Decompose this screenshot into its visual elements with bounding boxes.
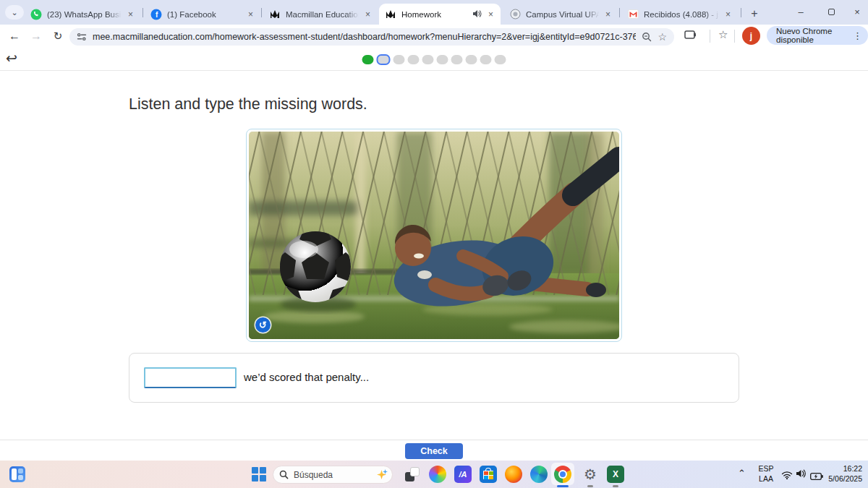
excel-icon[interactable]: X [607,466,624,483]
language-line2: LAA [755,474,777,484]
progress-dot-todo [408,55,420,64]
tab-label: Homework [401,10,467,19]
start-button[interactable] [252,467,266,481]
whatsapp-icon [30,9,42,20]
facebook-icon: f [150,9,162,20]
tray-expand-icon[interactable]: ⌃ [738,468,746,479]
tab-macmillan[interactable]: Macmillan Education Every × [263,4,378,25]
progress-dot-todo [393,55,405,64]
answer-card: we’d scored that penalty... [129,353,739,403]
volume-icon[interactable] [796,468,807,481]
tab-whatsapp[interactable]: (23) WhatsApp Business × [25,4,140,25]
language-indicator[interactable]: ESP LAA [755,464,777,484]
campus-icon [509,9,521,20]
tab-campus-upao[interactable]: Campus Virtual UPAO | Mu × [503,4,618,25]
close-window-button[interactable]: × [846,1,868,22]
tab-audio-icon[interactable] [472,9,482,20]
tab-label: Campus Virtual UPAO | Mu [526,10,599,19]
windows-taskbar: Búsqueda /A ⚙ X ⌃ ESP LAA 16: [0,461,868,488]
profile-avatar[interactable]: j [742,27,760,45]
minimize-button[interactable]: – [790,1,812,22]
microsoft-store-icon[interactable] [480,466,497,483]
close-icon[interactable]: × [604,9,612,20]
search-icon [279,470,289,479]
bookmark-star-icon[interactable]: ☆ [658,31,667,43]
sparkle-small-icon [383,469,388,474]
language-line1: ESP [755,464,777,474]
url-text[interactable]: mee.macmillaneducation.com/homework-asse… [93,32,636,42]
toolbar-separator [710,30,710,43]
progress-dot-todo [451,55,463,64]
forward-button[interactable]: → [26,26,46,46]
page-title: Listen and type the missing words. [129,95,367,114]
tab-separator [619,8,620,17]
battery-icon[interactable] [810,470,823,483]
tab-homework-active[interactable]: Homework × [379,4,501,25]
site-settings-icon[interactable] [77,33,87,41]
running-indicator [587,485,593,487]
taskbar-search[interactable]: Búsqueda [273,466,393,484]
tab-separator [142,8,143,17]
clock[interactable]: 16:22 5/06/2025 [828,464,862,484]
progress-indicator [362,54,506,65]
progress-dot-todo [480,55,492,64]
chevron-down-icon: ⌄ [11,8,17,17]
back-button[interactable]: ← [4,26,25,46]
gmail-icon [627,9,639,20]
chrome-icon[interactable] [554,466,571,483]
replay-audio-button[interactable]: ↺ [255,317,271,333]
tab-strip: ⌄ (23) WhatsApp Business × f (1) Faceboo… [0,0,868,25]
progress-dot-done [362,55,374,64]
exercise-image-frame: ↺ [246,129,622,342]
maximize-icon [828,9,835,15]
progress-dot-current [377,54,391,65]
settings-gear-icon[interactable]: ⚙ [582,466,599,483]
check-button[interactable]: Check [405,443,463,459]
reload-button[interactable]: ↻ [48,26,68,46]
close-icon[interactable]: × [364,9,372,20]
tab-gmail[interactable]: Recibidos (4.088) - jsotom × [621,4,738,25]
firefox-icon[interactable] [505,466,522,483]
exit-exercise-icon[interactable]: ↩ [6,50,17,67]
goalkeeper-photo-illustration [249,132,619,339]
exercise-content: Listen and type the missing words. [0,71,868,440]
progress-dot-todo [437,55,448,64]
close-icon[interactable]: × [724,9,732,20]
search-placeholder: Búsqueda [294,470,372,480]
menu-kebab-icon[interactable]: ⋮ [853,30,862,41]
address-bar[interactable]: mee.macmillaneducation.com/homework-asse… [69,28,674,46]
toolbar-separator [734,30,735,43]
extension-star-icon[interactable]: ☆ [718,28,728,41]
tab-facebook[interactable]: f (1) Facebook × [145,4,260,25]
copilot-icon[interactable] [429,466,446,483]
close-icon[interactable]: × [247,9,255,20]
progress-dot-todo [466,55,477,64]
chrome-update-pill[interactable]: Nuevo Chrome disponible ⋮ [767,26,868,45]
progress-dot-todo [495,55,506,64]
wifi-icon[interactable] [781,469,793,482]
side-panel-icon[interactable] [684,29,697,43]
tab-separator [741,8,741,17]
tab-search-button[interactable]: ⌄ [5,5,24,20]
macmillan-icon [385,9,396,20]
tray-date: 5/06/2025 [828,474,862,484]
exercise-photo: ↺ [249,132,619,339]
browser-window: ⌄ (23) WhatsApp Business × f (1) Faceboo… [0,0,868,488]
zoom-icon[interactable] [642,32,652,42]
chrome-running-indicator [557,485,569,487]
maximize-button[interactable] [820,1,842,22]
answer-input[interactable] [144,367,237,388]
sentence-text: we’d scored that penalty... [244,371,369,383]
close-icon[interactable]: × [127,9,135,20]
task-view-icon[interactable] [404,466,421,483]
close-icon[interactable]: × [487,9,495,20]
tab-label: (23) WhatsApp Business [47,10,122,19]
running-indicator [613,485,618,487]
macmillan-icon [269,9,281,20]
widgets-icon[interactable] [9,466,25,482]
edge-icon[interactable] [530,466,548,483]
progress-dot-todo [422,55,434,64]
tray-time: 16:22 [828,464,862,474]
new-tab-button[interactable]: + [746,6,762,22]
slash-a-app-icon[interactable]: /A [454,466,472,483]
